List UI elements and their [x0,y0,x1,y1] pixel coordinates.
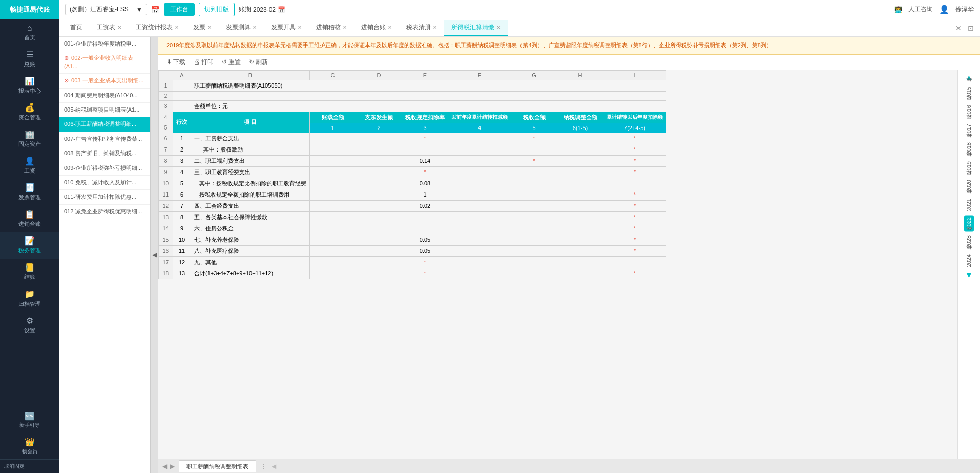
tab-ledger-close[interactable]: ✕ [388,25,392,30]
cell-14c[interactable] [310,223,356,234]
tab-payslip-report[interactable]: 工资统计报表 ✕ [129,20,186,36]
cell-18g[interactable] [511,268,557,279]
cell-13f[interactable] [448,211,511,223]
sheet-tab-menu[interactable]: ⋮ [260,462,267,470]
sidebar-item-settings[interactable]: ⚙ 设置 [0,312,59,338]
sidebar-item-payroll[interactable]: 👤 工资 [0,152,59,179]
cell-14d[interactable] [356,223,402,234]
list-item-004[interactable]: 004-期间费用明细表(A1040... [59,89,150,103]
list-item-002[interactable]: ⊗ 002-一般企业收入明细表(A1... [59,51,150,74]
refresh-button[interactable]: ↻ 刷新 [249,58,268,67]
cell-11f[interactable] [448,189,511,200]
sidebar-item-report[interactable]: 📊 报表中心 [0,72,59,99]
cell-6c[interactable] [310,133,356,144]
cell-16d[interactable] [356,245,402,256]
tab-payslip[interactable]: 工资表 ✕ [90,20,129,36]
print-button[interactable]: 🖨 打印 [194,58,214,67]
list-item-006[interactable]: 006-职工薪酬纳税调整明细... [59,117,150,132]
cell-10h[interactable] [557,178,603,189]
list-item-007[interactable]: 007-广告宣传和业务宣传费禁... [59,132,150,146]
year-2016[interactable]: 2016年 [964,103,974,119]
cell-3a[interactable] [173,100,191,112]
cell-6f[interactable] [448,133,511,144]
cell-16g[interactable] [511,245,557,256]
cell-8b[interactable]: 二、职工福利费支出 [191,155,310,166]
old-version-button[interactable]: 切到旧版 [199,3,235,16]
sidebar-item-home[interactable]: ⌂ 首页 [0,19,59,46]
cell-15b[interactable]: 七、补充养老保险 [191,234,310,245]
cell-8d[interactable] [356,155,402,166]
cell-8h[interactable] [557,155,603,166]
cell-7d[interactable] [356,144,402,155]
cell-13b[interactable]: 五、各类基本社会保障性缴款 [191,211,310,223]
cell-7b[interactable]: 其中：股权激励 [191,144,310,155]
cell-9c[interactable] [310,166,356,178]
cell-15h[interactable] [557,234,603,245]
cell-18d[interactable] [356,268,402,279]
cell-2a[interactable] [173,91,191,100]
list-item-012[interactable]: 012-减免企业所得税优惠明细... [59,205,150,219]
sheet-nav-right[interactable]: ▶ [170,463,175,470]
list-item-008[interactable]: 008-资产折旧、摊销及纳税... [59,146,150,161]
cell-17d[interactable] [356,256,402,268]
cell-9b[interactable]: 三、职工教育经费支出 [191,166,310,178]
cell-7e[interactable] [402,144,448,155]
year-2022[interactable]: 2022年 [964,215,974,231]
cell-1a[interactable] [173,80,191,91]
cell-10d[interactable] [356,178,402,189]
cell-6h[interactable] [557,133,603,144]
sheet-main[interactable]: A B C D E F G H I [158,70,957,459]
cell-11c[interactable] [310,189,356,200]
list-item-001[interactable]: 001-企业所得税年度纳税申... [59,37,150,51]
cell-17f[interactable] [448,256,511,268]
cell-12g[interactable] [511,200,557,211]
cell-15d[interactable] [356,234,402,245]
cell-12h[interactable] [557,200,603,211]
cell-15g[interactable] [511,234,557,245]
cell-15c[interactable] [310,234,356,245]
sidebar-item-close-account[interactable]: 📒 结账 [0,259,59,285]
cell-6b[interactable]: 一、工资薪金支出 [191,133,310,144]
cell-16c[interactable] [310,245,356,256]
cell-12f[interactable] [448,200,511,211]
tab-audit-close[interactable]: ✕ [343,25,347,30]
tab-tax-summary[interactable]: 税表清册 ✕ [399,20,444,36]
cell-10i[interactable] [603,178,666,189]
cell-12c[interactable] [310,200,356,211]
sidebar-item-archive[interactable]: 📁 归档管理 [0,285,59,312]
sidebar-item-purchase-sales[interactable]: 📋 进销台账 [0,205,59,232]
cell-17g[interactable] [511,256,557,268]
cell-17h[interactable] [557,256,603,268]
tab-payslip-close[interactable]: ✕ [117,25,121,30]
cell-18f[interactable] [448,268,511,279]
cell-17b[interactable]: 九、其他 [191,256,310,268]
tab-invoice-calc[interactable]: 发票测算 ✕ [219,20,264,36]
cell-13e[interactable] [402,211,448,223]
sidebar-item-finance[interactable]: 💰 资金管理 [0,99,59,125]
year-up-nav[interactable]: ▲ [964,72,974,83]
cell-8f[interactable] [448,155,511,166]
sidebar-item-ledger[interactable]: ☰ 总账 [0,46,59,72]
collapse-button[interactable]: ◀ [150,37,158,473]
cell-17c[interactable] [310,256,356,268]
year-2019[interactable]: 2019年 [964,159,974,176]
tab-invoice-close[interactable]: ✕ [207,25,212,30]
cell-14h[interactable] [557,223,603,234]
list-item-005[interactable]: 005-纳税调整项目明细表(A1... [59,103,150,117]
cell-16f[interactable] [448,245,511,256]
cell-18c[interactable] [310,268,356,279]
sidebar-item-tax[interactable]: 📝 税务管理 [0,232,59,259]
company-select[interactable]: (勿删）江西睿宝-LSS ▼ [65,4,147,15]
list-item-011[interactable]: 011-研发费用加计扣除优惠... [59,190,150,204]
sheet-nav-left[interactable]: ◀ [162,463,167,470]
cell-15f[interactable] [448,234,511,245]
sidebar-item-invoice[interactable]: 🧾 发票管理 [0,179,59,205]
year-2024[interactable]: 2024年 [964,252,974,269]
reset-button[interactable]: ↺ 重置 [222,58,241,67]
tab-tax-summary-close[interactable]: ✕ [433,25,437,30]
cell-11h[interactable] [557,189,603,200]
cell-6d[interactable] [356,133,402,144]
sidebar-item-guide[interactable]: 🆕 新手引导 [0,407,59,433]
sheet-tab-payroll[interactable]: 职工薪酬纳税调整明细表 [179,460,256,472]
cancel-fixed-button[interactable]: 取消固定 [0,459,59,473]
